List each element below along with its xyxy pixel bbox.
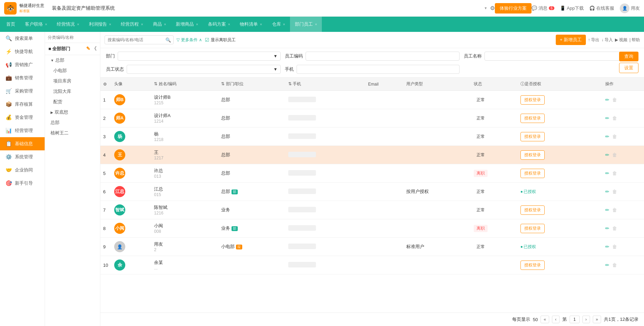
tree-edit-icon[interactable]: ✎ xyxy=(86,46,90,52)
auth-button[interactable]: 授权登录 xyxy=(520,205,545,215)
tree-node-xiaodibu[interactable]: 小电部 xyxy=(45,65,100,76)
emp-status-select[interactable]: ▼ xyxy=(127,65,281,74)
sidebar-item-basic[interactable]: 📋基础信息 xyxy=(0,137,45,150)
close-icon[interactable]: × xyxy=(283,22,285,26)
tree-search-input[interactable] xyxy=(48,35,100,40)
phone-input[interactable] xyxy=(297,65,460,74)
import-button[interactable]: ↓ 导入 xyxy=(601,37,613,43)
message-button[interactable]: 💬 消息 6 xyxy=(532,5,554,11)
edit-icon[interactable]: ✏ xyxy=(605,262,609,268)
auth-button[interactable]: 授权登录 xyxy=(520,261,545,270)
trial-button[interactable]: 体验行业方案 xyxy=(495,3,532,14)
delete-icon[interactable]: 🗑 xyxy=(612,226,617,231)
delete-icon[interactable]: 🗑 xyxy=(612,262,617,268)
col-settings[interactable]: ⚙ xyxy=(100,78,111,91)
tab-operations[interactable]: 经营情况 × xyxy=(52,17,84,32)
export-button[interactable]: ↑ 导出 xyxy=(588,37,599,43)
last-page-button[interactable]: » xyxy=(593,316,601,323)
tree-node-general[interactable]: ▼ 总部 xyxy=(45,55,100,65)
set-button[interactable]: 设置 xyxy=(619,63,638,73)
help-button[interactable]: | 帮助 xyxy=(629,37,640,43)
delete-icon[interactable]: 🗑 xyxy=(612,170,617,176)
delete-icon[interactable]: 🗑 xyxy=(612,189,617,194)
dept-select[interactable]: ▼ xyxy=(118,52,281,61)
delete-icon[interactable]: 🗑 xyxy=(612,207,617,213)
col-name[interactable]: ⇅ 姓名/编码 xyxy=(151,78,218,91)
delete-icon[interactable]: 🗑 xyxy=(612,244,617,249)
auth-button[interactable]: 授权登录 xyxy=(520,114,545,123)
edit-icon[interactable]: ✏ xyxy=(605,134,609,139)
sidebar-item-search[interactable]: 🔍搜索菜单 xyxy=(0,32,45,45)
app-download-button[interactable]: 📱 App下载 xyxy=(560,5,584,11)
system-dropdown-arrow[interactable]: ▼ xyxy=(484,6,487,10)
edit-icon[interactable]: ✏ xyxy=(605,189,609,194)
tab-goods[interactable]: 商品 × xyxy=(148,17,171,32)
close-icon[interactable]: × xyxy=(228,22,230,26)
close-icon[interactable]: × xyxy=(315,22,317,26)
tree-node-distribution[interactable]: 配货 xyxy=(45,97,100,107)
sidebar-item-sales[interactable]: 💼销售管理 xyxy=(0,71,45,85)
delete-icon[interactable]: 🗑 xyxy=(612,97,617,103)
tree-node-zhishu[interactable]: 植树王二 xyxy=(45,128,100,138)
close-icon[interactable]: × xyxy=(109,22,111,26)
tab-profit[interactable]: 利润报告 × xyxy=(84,17,116,32)
query-button[interactable]: 查询 xyxy=(619,52,638,61)
user-menu[interactable]: 👤 用友 xyxy=(620,3,640,13)
tab-journey[interactable]: 经营历程 × xyxy=(116,17,148,32)
edit-icon[interactable]: ✏ xyxy=(605,226,609,231)
emp-name-input[interactable] xyxy=(484,52,638,61)
tree-node-zongbu[interactable]: 总部 xyxy=(45,117,100,128)
info-icon[interactable]: ⓘ xyxy=(520,81,525,86)
edit-icon[interactable]: ✏ xyxy=(605,244,609,249)
current-page[interactable]: 1 xyxy=(570,316,580,323)
close-icon[interactable]: × xyxy=(45,22,47,26)
tab-add-goods[interactable]: 新增商品 × xyxy=(171,17,203,32)
sidebar-item-inventory[interactable]: 📦库存核算 xyxy=(0,98,45,111)
auth-button[interactable]: 授权登录 xyxy=(520,169,545,178)
auth-button[interactable]: 授权登录 xyxy=(520,95,545,105)
search-input[interactable] xyxy=(105,35,174,44)
tab-home[interactable]: 首页 xyxy=(1,17,20,32)
edit-icon[interactable]: ✏ xyxy=(605,170,609,176)
auth-button[interactable]: 授权登录 xyxy=(520,224,545,233)
close-icon[interactable]: × xyxy=(260,22,262,26)
close-icon[interactable]: × xyxy=(164,22,166,26)
sidebar-item-bizops[interactable]: 📊经营管理 xyxy=(0,124,45,137)
gear-icon[interactable]: ⚙ xyxy=(490,5,495,11)
delete-icon[interactable]: 🗑 xyxy=(612,152,617,158)
tab-customer[interactable]: 客户联络 × xyxy=(20,17,52,32)
tree-node-project[interactable]: 项目库房 xyxy=(45,76,100,86)
delete-icon[interactable]: 🗑 xyxy=(612,115,617,121)
sidebar-item-newbie[interactable]: 🎯新手引导 xyxy=(0,177,45,190)
sidebar-item-quicknav[interactable]: ⚡快捷导航 xyxy=(0,45,45,58)
auth-button[interactable]: 授权登录 xyxy=(520,132,545,141)
emp-code-input[interactable] xyxy=(306,52,460,61)
col-dept[interactable]: ⇅ 部门/职位 xyxy=(218,78,285,91)
sidebar-item-finance[interactable]: 💰资金管理 xyxy=(0,111,45,124)
edit-icon[interactable]: ✏ xyxy=(605,207,609,213)
tab-employees[interactable]: 部门员工 × xyxy=(290,17,322,32)
edit-icon[interactable]: ✏ xyxy=(605,97,609,103)
first-page-button[interactable]: « xyxy=(541,316,549,323)
more-filter-button[interactable]: ▽ 更多条件 ∧ xyxy=(176,37,202,43)
close-icon[interactable]: × xyxy=(141,22,143,26)
edit-icon[interactable]: ✏ xyxy=(605,152,609,158)
show-resigned-toggle[interactable]: ☑ 显示离职员工 xyxy=(205,37,236,43)
sidebar-item-enterprise[interactable]: 🤝企业协同 xyxy=(0,164,45,177)
auth-button[interactable]: 授权登录 xyxy=(520,150,545,160)
add-employee-button[interactable]: + 新增员工 xyxy=(556,35,586,45)
sidebar-item-purchase[interactable]: 🛒采购管理 xyxy=(0,85,45,98)
tab-bom[interactable]: 物料清单 × xyxy=(235,17,267,32)
delete-icon[interactable]: 🗑 xyxy=(612,134,617,139)
sidebar-item-system[interactable]: ⚙️系统管理 xyxy=(0,150,45,164)
view-button[interactable]: ▶ 视频 xyxy=(615,37,627,43)
col-phone[interactable]: ⇅ 手机 xyxy=(285,78,365,91)
sidebar-item-marketing[interactable]: 📢营销推广 xyxy=(0,58,45,71)
tab-warehouse[interactable]: 仓库 × xyxy=(267,17,290,32)
tree-node-shuangdi[interactable]: ▶ 双底想 xyxy=(45,107,100,117)
online-service-button[interactable]: 🎧 在线客服 xyxy=(589,5,614,11)
tree-node-shenyang[interactable]: 沈阳大库 xyxy=(45,86,100,97)
tab-barcode[interactable]: 条码方案 × xyxy=(203,17,235,32)
next-page-button[interactable]: › xyxy=(582,316,590,323)
prev-page-button[interactable]: ‹ xyxy=(552,316,560,323)
